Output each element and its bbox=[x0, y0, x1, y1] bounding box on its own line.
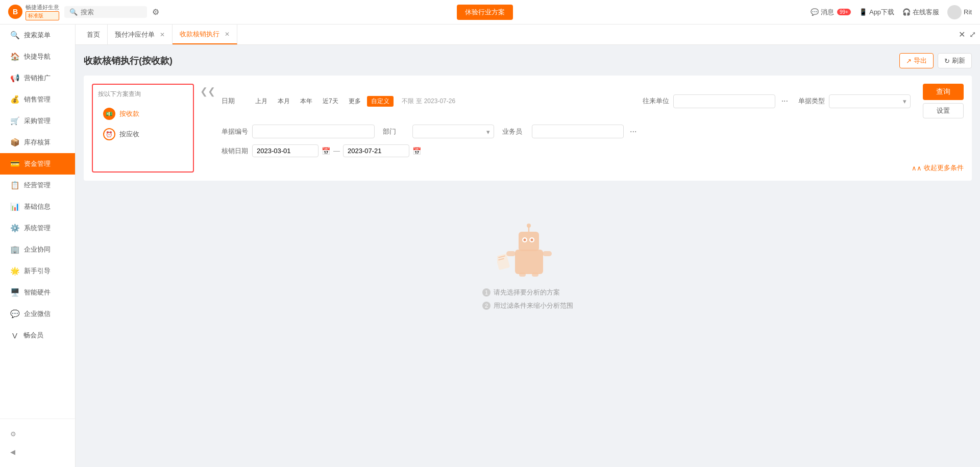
sidebar-item-quick-nav[interactable]: 🏠 快捷导航 bbox=[0, 46, 75, 67]
query-button[interactable]: 查询 bbox=[923, 84, 964, 100]
date-btn-this-year[interactable]: 本年 bbox=[296, 95, 316, 107]
date-value: 2023-07-26 bbox=[424, 97, 455, 105]
sidebar-item-hardware[interactable]: 🖥️ 智能硬件 bbox=[0, 282, 75, 303]
tab-prepay[interactable]: 预付冲应付单 ✕ bbox=[108, 24, 173, 44]
message-label: 消息 bbox=[821, 8, 834, 17]
tab-prepay-close[interactable]: ✕ bbox=[160, 31, 165, 38]
filter-action-btns: 查询 设置 bbox=[923, 84, 964, 118]
filter-scheme-panel: 按以下方案查询 💵 按收款 ⏰ 按应收 bbox=[92, 84, 194, 173]
top-bar: B 畅捷通好生意 标准版 🔍 ⚙ 休验行业方案 💬 消息 99+ 📱 App下载… bbox=[0, 0, 980, 24]
username: Rit bbox=[964, 8, 972, 16]
user-action[interactable]: Rit bbox=[947, 5, 972, 19]
bill-type-select[interactable] bbox=[829, 94, 911, 108]
sidebar-item-wechat[interactable]: 💬 企业微信 bbox=[0, 303, 75, 325]
svg-rect-9 bbox=[543, 251, 552, 256]
staff-input[interactable] bbox=[532, 125, 624, 138]
export-button[interactable]: ↗ 导出 bbox=[899, 53, 934, 68]
sidebar-label-sales: 销售管理 bbox=[24, 95, 51, 104]
member-icon: V bbox=[10, 331, 19, 340]
refresh-button[interactable]: ↻ 刷新 bbox=[938, 53, 972, 68]
top-bar-center: 休验行业方案 bbox=[457, 5, 513, 20]
wechat-icon: 💬 bbox=[10, 309, 20, 318]
svg-rect-1 bbox=[519, 232, 539, 251]
date-btn-7days[interactable]: 近7天 bbox=[318, 95, 342, 107]
filter-by-receivable[interactable]: ⏰ 按应收 bbox=[98, 124, 188, 144]
online-service-action[interactable]: 🎧 在线客服 bbox=[902, 8, 939, 17]
date-btn-last-month[interactable]: 上月 bbox=[251, 95, 272, 107]
sidebar: 🔍 搜索菜单 🏠 快捷导航 📢 营销推广 💰 销售管理 🛒 采购管理 📦 库存核… bbox=[0, 24, 76, 467]
sidebar-item-guide[interactable]: 🌟 新手引导 bbox=[0, 260, 75, 282]
bill-no-field: 单据编号 bbox=[222, 125, 375, 138]
date-no-limit: 不限 bbox=[402, 97, 414, 106]
collapse-more-row: ∧∧ 收起更多条件 bbox=[222, 163, 964, 173]
refresh-label: 刷新 bbox=[952, 56, 965, 65]
date-btn-this-month[interactable]: 本月 bbox=[274, 95, 294, 107]
search-input[interactable] bbox=[81, 8, 142, 16]
counterpart-input[interactable] bbox=[673, 94, 775, 108]
sidebar-item-purchase[interactable]: 🛒 采购管理 bbox=[0, 110, 75, 132]
page-content: 收款核销执行(按收款) ↗ 导出 ↻ 刷新 按以下方案查询 bbox=[76, 45, 980, 467]
sidebar-label-basic-info: 基础信息 bbox=[24, 202, 51, 211]
sidebar-label-wechat: 企业微信 bbox=[24, 309, 51, 318]
tab-receivable-close[interactable]: ✕ bbox=[225, 31, 230, 38]
svg-rect-10 bbox=[519, 273, 526, 277]
date-separator: — bbox=[333, 147, 340, 155]
staff-more-btn[interactable]: ··· bbox=[628, 127, 639, 136]
finance-icon: 💳 bbox=[10, 159, 20, 168]
sidebar-collapse-btn[interactable]: ◀ bbox=[0, 443, 75, 461]
sidebar-settings-btn[interactable]: ⚙ bbox=[0, 425, 75, 443]
staff-label: 业务员 bbox=[502, 127, 528, 136]
sidebar-item-marketing[interactable]: 📢 营销推广 bbox=[0, 67, 75, 89]
sidebar-item-member[interactable]: V 畅会员 bbox=[0, 325, 75, 346]
sidebar-item-operations[interactable]: 📋 经营管理 bbox=[0, 175, 75, 196]
writeoff-end-input[interactable] bbox=[343, 144, 409, 157]
bill-no-input[interactable] bbox=[252, 125, 375, 138]
bill-no-label: 单据编号 bbox=[222, 127, 248, 136]
sidebar-item-finance[interactable]: 💳 资金管理 bbox=[0, 153, 75, 175]
writeoff-start-calendar-icon[interactable]: 📅 bbox=[322, 147, 330, 155]
tab-fullscreen-btn[interactable]: ⤢ bbox=[969, 30, 976, 39]
tab-home[interactable]: 首页 bbox=[80, 24, 108, 44]
sidebar-item-enterprise[interactable]: 🏢 企业协同 bbox=[0, 239, 75, 260]
sidebar-item-system[interactable]: ⚙️ 系统管理 bbox=[0, 217, 75, 239]
app-name: 畅捷通好生意 bbox=[26, 4, 59, 11]
writeoff-date-field: 核销日期 📅 — 📅 bbox=[222, 144, 421, 157]
gear-icon[interactable]: ⚙ bbox=[152, 7, 159, 17]
message-action[interactable]: 💬 消息 99+ bbox=[811, 8, 851, 17]
settings-icon: ⚙ bbox=[10, 430, 16, 438]
dept-select[interactable] bbox=[412, 125, 494, 138]
app-download-action[interactable]: 📱 App下载 bbox=[859, 8, 894, 17]
date-btn-custom[interactable]: 自定义 bbox=[367, 96, 394, 107]
settings-button[interactable]: 设置 bbox=[923, 103, 964, 118]
bill-type-select-wrap bbox=[829, 94, 911, 108]
sidebar-item-inventory[interactable]: 📦 库存核算 bbox=[0, 132, 75, 153]
tip1-num: 1 bbox=[482, 288, 491, 297]
app-download-label: App下载 bbox=[869, 8, 894, 17]
avatar bbox=[947, 5, 962, 19]
filter-row-1: 日期 上月 本月 本年 近7天 更多 自定义 不限 bbox=[222, 84, 964, 118]
solution-button[interactable]: 休验行业方案 bbox=[457, 5, 513, 20]
app-icon: 📱 bbox=[859, 8, 867, 16]
writeoff-start-input[interactable] bbox=[252, 144, 318, 157]
writeoff-end-calendar-icon[interactable]: 📅 bbox=[412, 147, 421, 155]
sidebar-label-finance: 资金管理 bbox=[24, 159, 51, 168]
counterpart-more-btn[interactable]: ··· bbox=[779, 96, 790, 106]
sidebar-item-sales[interactable]: 💰 销售管理 bbox=[0, 89, 75, 110]
collapse-panel-btn[interactable]: ❮❮ bbox=[200, 84, 215, 173]
collapse-more-button[interactable]: ∧∧ 收起更多条件 bbox=[912, 163, 964, 173]
tab-close-all-btn[interactable]: ✕ bbox=[959, 30, 965, 39]
filter-by-receipt[interactable]: 💵 按收款 bbox=[98, 104, 188, 124]
sidebar-item-basic-info[interactable]: 📊 基础信息 bbox=[0, 196, 75, 217]
tab-receivable[interactable]: 收款核销执行 ✕ bbox=[173, 24, 237, 44]
sidebar-label-member: 畅会员 bbox=[23, 331, 43, 340]
search-icon: 🔍 bbox=[69, 8, 78, 16]
tab-bar: 首页 预付冲应付单 ✕ 收款核销执行 ✕ ✕ ⤢ bbox=[76, 24, 980, 45]
tab-home-label: 首页 bbox=[87, 30, 100, 39]
date-btn-more[interactable]: 更多 bbox=[345, 95, 365, 107]
dept-select-wrap bbox=[412, 125, 494, 138]
sidebar-item-search-menu[interactable]: 🔍 搜索菜单 bbox=[0, 24, 75, 46]
quick-nav-icon: 🏠 bbox=[10, 52, 20, 61]
search-menu-icon: 🔍 bbox=[10, 31, 20, 40]
top-search-box[interactable]: 🔍 bbox=[64, 6, 147, 18]
empty-state: 1 请先选择要分析的方案 2 用过滤条件来缩小分析范围 bbox=[84, 181, 972, 353]
